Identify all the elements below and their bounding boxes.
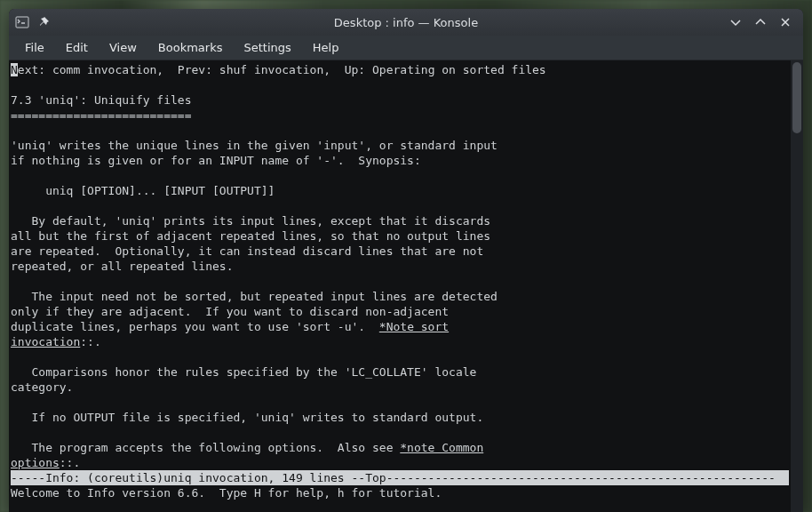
nav-next-value[interactable]: comm invocation,	[52, 63, 163, 76]
info-status-line: -----Info: (coreutils)uniq invocation, 1…	[11, 470, 789, 485]
link-sort-invocation-cont[interactable]: invocation	[11, 335, 80, 348]
titlebar-left	[9, 14, 52, 30]
nav-up-label: Up:	[345, 63, 365, 76]
menu-bookmarks[interactable]: Bookmarks	[149, 38, 232, 57]
doc-p3b: only if they are adjacent. If you want t…	[11, 305, 449, 318]
doc-p2c: are repeated. Optionally, it can instead…	[11, 244, 483, 258]
link-common-options-cont[interactable]: options	[11, 456, 60, 469]
cursor: N	[11, 63, 18, 76]
title-bar[interactable]: Desktop : info — Konsole	[9, 9, 803, 36]
statusline-body: Info: (coreutils)uniq invocation, 149 li…	[45, 471, 386, 484]
nav-prev-value[interactable]: shuf invocation,	[219, 63, 330, 76]
doc-p1b: if nothing is given or for an INPUT name…	[11, 154, 421, 167]
minimize-button[interactable]	[727, 13, 744, 31]
doc-underline: ==========================	[11, 108, 192, 122]
menu-settings[interactable]: Settings	[235, 38, 299, 57]
doc-p5: If no OUTPUT file is specified, 'uniq' w…	[11, 411, 483, 424]
statusline-fill: ----------------------------------------…	[386, 471, 776, 484]
window-title: Desktop : info — Konsole	[9, 16, 803, 29]
info-echo-area: Welcome to Info version 6.6. Type H for …	[11, 486, 442, 500]
close-button[interactable]	[776, 13, 794, 31]
menu-bar: File Edit View Bookmarks Settings Help	[9, 36, 803, 60]
nav-next-label: ext:	[18, 63, 52, 76]
terminal-scrollbar[interactable]	[791, 60, 803, 512]
doc-p2d: repeated, or all repeated lines.	[11, 260, 233, 273]
terminal-app-icon	[14, 14, 30, 30]
menu-edit[interactable]: Edit	[57, 38, 97, 57]
pin-icon[interactable]	[36, 14, 52, 30]
doc-heading: 7.3 'uniq': Uniquify files	[11, 93, 192, 107]
doc-p4b: category.	[11, 380, 73, 394]
doc-p2a: By default, 'uniq' prints its input line…	[11, 214, 490, 228]
doc-p3a: The input need not be sorted, but repeat…	[11, 290, 498, 303]
scrollbar-thumb[interactable]	[792, 62, 801, 133]
terminal-area: Next: comm invocation, Prev: shuf invoca…	[9, 60, 803, 512]
statusline-prefix: -----	[11, 471, 45, 484]
doc-p2b: all but the first of adjacent repeated l…	[11, 229, 490, 243]
nav-prev-label: Prev:	[178, 63, 212, 76]
doc-synopsis: uniq [OPTION]... [INPUT [OUTPUT]]	[11, 184, 275, 197]
doc-p6b: ::.	[60, 456, 80, 469]
doc-p4a: Comparisons honor the rules specified by…	[11, 365, 476, 379]
menu-file[interactable]: File	[16, 38, 53, 57]
doc-p3c: duplicate lines, perhaps you want to use…	[11, 320, 379, 333]
konsole-window: Desktop : info — Konsole File Edit View …	[9, 9, 803, 512]
doc-p6a: The program accepts the following option…	[11, 441, 400, 454]
nav-up-value[interactable]: Operating on sorted files	[372, 63, 546, 76]
menu-view[interactable]: View	[100, 38, 146, 57]
terminal-output[interactable]: Next: comm invocation, Prev: shuf invoca…	[9, 60, 791, 512]
doc-p1a: 'uniq' writes the unique lines in the gi…	[11, 139, 498, 152]
link-sort-invocation[interactable]: *Note sort	[379, 320, 449, 333]
menu-help[interactable]: Help	[304, 38, 348, 57]
doc-p3d: ::.	[80, 335, 100, 348]
link-common-options[interactable]: *note Common	[400, 441, 483, 454]
maximize-button[interactable]	[752, 13, 769, 31]
titlebar-controls	[727, 13, 803, 31]
